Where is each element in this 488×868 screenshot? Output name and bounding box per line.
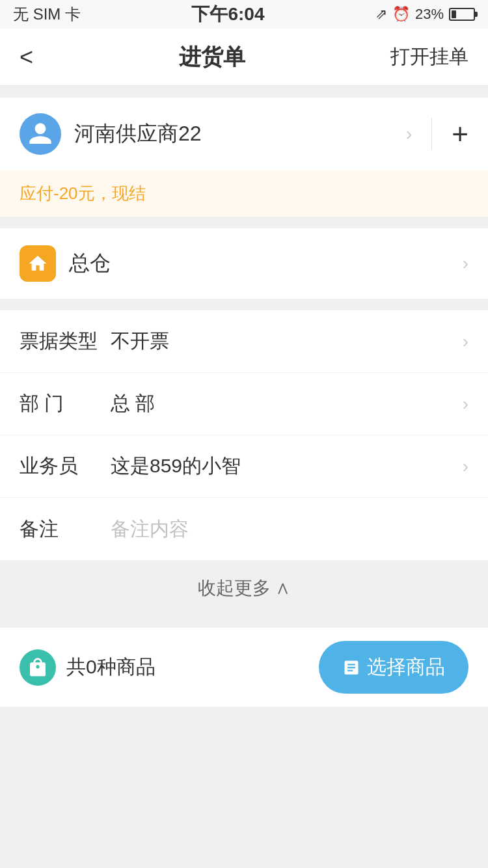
salesperson-row[interactable]: 业务员 这是859的小智 › bbox=[0, 435, 488, 498]
supplier-actions: › + bbox=[406, 118, 468, 150]
battery-icon bbox=[449, 8, 475, 21]
supplier-section: 河南供应商22 › + 应付-20元，现结 bbox=[0, 98, 488, 217]
invoice-type-row[interactable]: 票据类型 不开票 › bbox=[0, 310, 488, 373]
shopping-bag-icon bbox=[27, 657, 48, 678]
select-product-button[interactable]: 选择商品 bbox=[319, 641, 468, 694]
remark-label: 备注 bbox=[20, 516, 104, 543]
department-row[interactable]: 部 门 总 部 › bbox=[0, 373, 488, 435]
select-product-icon bbox=[342, 658, 360, 677]
supplier-name: 河南供应商22 bbox=[74, 120, 406, 148]
supplier-row[interactable]: 河南供应商22 › + bbox=[0, 98, 488, 170]
section-divider-1 bbox=[0, 86, 488, 98]
warehouse-icon bbox=[20, 245, 56, 282]
warehouse-chevron-icon: › bbox=[463, 253, 468, 274]
open-pending-button[interactable]: 打开挂单 bbox=[390, 44, 468, 70]
collapse-button[interactable]: 收起更多 ∧ bbox=[0, 560, 488, 616]
time-display: 下午6:04 bbox=[191, 2, 264, 27]
back-button[interactable]: < bbox=[20, 44, 33, 71]
battery-percent: 23% bbox=[415, 6, 444, 23]
warehouse-row[interactable]: 总仓 › bbox=[0, 228, 488, 299]
supplier-avatar bbox=[20, 113, 61, 155]
home-icon bbox=[27, 253, 48, 274]
status-bar-right: ⇗ ⏰ 23% bbox=[375, 6, 475, 23]
product-count-label: 共0种商品 bbox=[66, 654, 319, 681]
supplier-divider bbox=[431, 118, 432, 150]
department-value: 总 部 bbox=[104, 390, 456, 417]
invoice-type-chevron-icon: › bbox=[463, 331, 468, 352]
remark-input[interactable]: 备注内容 bbox=[104, 516, 468, 543]
select-product-label: 选择商品 bbox=[367, 654, 445, 681]
warehouse-name: 总仓 bbox=[69, 249, 463, 278]
salesperson-value: 这是859的小智 bbox=[104, 453, 456, 480]
person-icon bbox=[27, 121, 53, 147]
product-bag-icon bbox=[20, 649, 56, 686]
page-title: 进货单 bbox=[179, 42, 245, 72]
warehouse-section: 总仓 › bbox=[0, 228, 488, 299]
add-supplier-button[interactable]: + bbox=[452, 120, 468, 148]
salesperson-chevron-icon: › bbox=[463, 456, 468, 477]
bottom-bar: 共0种商品 选择商品 bbox=[0, 628, 488, 707]
form-section: 票据类型 不开票 › 部 门 总 部 › 业务员 这是859的小智 › 备注 备… bbox=[0, 310, 488, 560]
location-icon: ⇗ bbox=[375, 6, 387, 23]
nav-bar: < 进货单 打开挂单 bbox=[0, 29, 488, 86]
department-label: 部 门 bbox=[20, 390, 104, 417]
status-bar: 无 SIM 卡 下午6:04 ⇗ ⏰ 23% bbox=[0, 0, 488, 29]
salesperson-label: 业务员 bbox=[20, 453, 104, 480]
carrier-text: 无 SIM 卡 bbox=[13, 4, 81, 25]
remark-row[interactable]: 备注 备注内容 bbox=[0, 498, 488, 560]
department-chevron-icon: › bbox=[463, 394, 468, 414]
notice-banner: 应付-20元，现结 bbox=[0, 170, 488, 217]
alarm-icon: ⏰ bbox=[392, 6, 410, 23]
supplier-chevron-icon: › bbox=[406, 124, 412, 144]
invoice-type-value: 不开票 bbox=[104, 328, 456, 355]
main-content: 河南供应商22 › + 应付-20元，现结 总仓 › 票据类型 不开票 bbox=[0, 86, 488, 868]
invoice-type-label: 票据类型 bbox=[20, 328, 104, 355]
